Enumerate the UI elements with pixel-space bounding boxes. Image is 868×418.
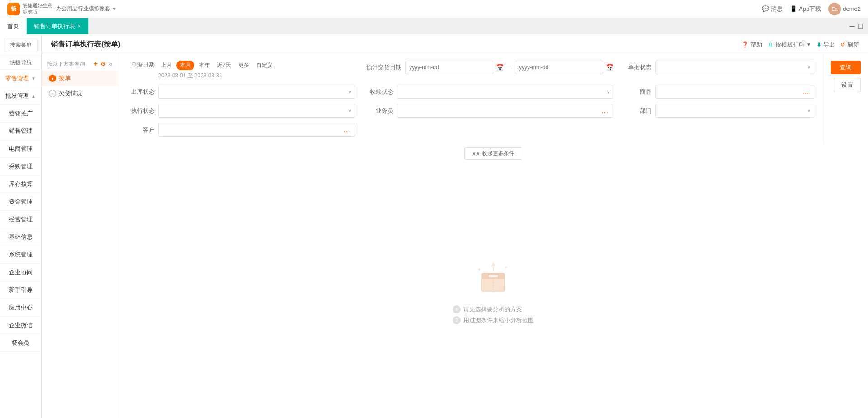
tab-home[interactable]: 首页 bbox=[0, 18, 27, 34]
help-button[interactable]: ❓ 帮助 bbox=[741, 41, 762, 49]
customer-dots[interactable]: … bbox=[343, 126, 351, 134]
delivery-date-group: 预计交货日期 📅 — 📅 bbox=[366, 61, 613, 74]
tab-bar: 首页 销售订单执行表 × ─ □ bbox=[0, 18, 868, 34]
print-expand-icon: ▼ bbox=[807, 42, 811, 47]
print-icon: 🖨 bbox=[768, 41, 774, 48]
sidebar-item-ecommerce[interactable]: 电商管理 bbox=[0, 140, 41, 158]
user-menu[interactable]: Ea demo2 bbox=[828, 3, 861, 15]
tab-sales-order[interactable]: 销售订单执行表 × bbox=[27, 18, 89, 34]
filter-row-2: 出库状态 ∨ 收款状态 bbox=[127, 85, 814, 99]
sidebar-item-marketing[interactable]: 营销推广 bbox=[0, 105, 41, 123]
date-tab-last-month[interactable]: 上月 bbox=[158, 61, 175, 70]
sidebar-item-enterprise[interactable]: 企业协同 bbox=[0, 264, 41, 281]
empty-state: ✦ ✦ ✦ 1 请先选择要分析的方案 2 bbox=[118, 163, 868, 418]
search-menu-button[interactable]: 搜索菜单 bbox=[4, 38, 38, 52]
app-download-button[interactable]: 📱 App下载 bbox=[790, 5, 821, 13]
salesperson-dots[interactable]: … bbox=[601, 107, 609, 115]
date-picker-group: 上月 本月 本年 近7天 更多 自定义 2023-0 bbox=[158, 61, 275, 80]
empty-tip-2: 2 用过滤条件来缩小分析范围 bbox=[453, 316, 534, 324]
sidebar-item-inventory[interactable]: 库存核算 bbox=[0, 176, 41, 193]
logo-text: 畅捷通好生意 标准版 bbox=[23, 3, 52, 14]
date-tab-current-month[interactable]: 本月 bbox=[176, 61, 194, 70]
sidebar-item-business[interactable]: 经营管理 bbox=[0, 211, 41, 228]
tab-maximize-icon[interactable]: □ bbox=[858, 22, 863, 30]
sidebar-item-wholesale[interactable]: 批发管理 ▲ bbox=[0, 87, 41, 105]
download-icon: 📱 bbox=[790, 5, 797, 12]
sidebar-item-wechat[interactable]: 企业微信 bbox=[0, 317, 41, 334]
filter-container: 单据日期 上月 本月 本年 近7天 更多 自定义 bbox=[118, 53, 868, 163]
shipment-label: 出库状态 bbox=[127, 88, 155, 96]
date-tab-more[interactable]: 更多 bbox=[236, 61, 252, 70]
chevron-up-icon: ▲ bbox=[31, 94, 36, 99]
sub-sidebar-actions: + ⚙ « bbox=[94, 60, 113, 68]
sidebar-item-apps[interactable]: 应用中心 bbox=[0, 299, 41, 317]
date-tab-custom[interactable]: 自定义 bbox=[254, 61, 275, 70]
collapse-sidebar-button[interactable]: « bbox=[109, 60, 113, 67]
sub-sidebar-item-debt[interactable]: ○ 欠货情况 bbox=[42, 86, 118, 101]
sub-sidebar-item-order[interactable]: ● 按单 bbox=[42, 71, 118, 86]
delivery-date-calendar-start[interactable]: 📅 bbox=[496, 64, 504, 71]
date-tab-current-year[interactable]: 本年 bbox=[196, 61, 212, 70]
add-scheme-button[interactable]: + bbox=[94, 60, 98, 68]
print-button[interactable]: 🖨 按模板打印 ▼ bbox=[768, 41, 811, 49]
shipment-status-select[interactable] bbox=[158, 85, 355, 99]
debt-icon: ○ bbox=[49, 90, 56, 97]
svg-rect-3 bbox=[489, 275, 498, 277]
empty-tip-1: 1 请先选择要分析的方案 bbox=[453, 305, 534, 314]
delivery-date-range: 📅 — 📅 bbox=[405, 61, 613, 74]
collapse-filter-button[interactable]: ∧∧ 收起更多条件 bbox=[464, 147, 522, 160]
status-select[interactable] bbox=[655, 61, 814, 74]
sidebar-item-member[interactable]: 畅会员 bbox=[0, 334, 41, 352]
sidebar-item-finance[interactable]: 资金管理 bbox=[0, 193, 41, 211]
sidebar-item-system[interactable]: 系统管理 bbox=[0, 246, 41, 264]
reset-button[interactable]: 设置 bbox=[834, 78, 861, 92]
department-group: 部门 ∨ bbox=[624, 104, 814, 118]
tab-minimize-icon[interactable]: ─ bbox=[849, 22, 854, 30]
refresh-button[interactable]: ↺ 刷新 bbox=[840, 41, 859, 49]
sidebar-item-basic[interactable]: 基础信息 bbox=[0, 228, 41, 246]
export-icon: ⬇ bbox=[816, 41, 821, 48]
salesperson-input[interactable] bbox=[401, 108, 601, 114]
payment-status-select[interactable] bbox=[397, 85, 613, 99]
delivery-date-start[interactable] bbox=[405, 61, 493, 74]
tab-bar-actions: ─ □ bbox=[849, 22, 868, 30]
payment-label: 收款状态 bbox=[366, 88, 393, 96]
department-select[interactable] bbox=[655, 104, 814, 118]
export-button[interactable]: ⬇ 导出 bbox=[816, 41, 835, 49]
goods-dots[interactable]: … bbox=[802, 88, 810, 96]
sidebar-item-retail[interactable]: 零售管理 ▼ bbox=[0, 70, 41, 87]
sidebar-item-sales[interactable]: 销售管理 bbox=[0, 123, 41, 140]
goods-label: 商品 bbox=[624, 88, 651, 96]
customer-input[interactable] bbox=[162, 127, 343, 133]
message-button[interactable]: 💬 消息 bbox=[762, 5, 783, 13]
content-area: 销售订单执行表(按单) ❓ 帮助 🖨 按模板打印 ▼ ⬇ 导出 ↺ 刷新 bbox=[42, 34, 868, 418]
execution-status-select[interactable] bbox=[158, 104, 355, 118]
status-label: 单据状态 bbox=[624, 63, 651, 71]
top-bar-left: 畅 畅捷通好生意 标准版 办公用品行业模拟账套 ▼ bbox=[7, 3, 117, 15]
tab-close-icon[interactable]: × bbox=[78, 23, 81, 29]
date-tab-last7[interactable]: 近7天 bbox=[214, 61, 234, 70]
goods-input[interactable] bbox=[659, 89, 802, 95]
breadcrumb[interactable]: 办公用品行业模拟账套 ▼ bbox=[56, 5, 117, 13]
help-icon: ❓ bbox=[741, 41, 749, 48]
status-group: 单据状态 ∨ bbox=[624, 61, 814, 74]
customer-input-wrapper: … bbox=[158, 123, 355, 137]
sidebar-item-purchase[interactable]: 采购管理 bbox=[0, 158, 41, 176]
empty-state-icon: ✦ ✦ ✦ bbox=[473, 257, 514, 298]
customer-label: 客户 bbox=[127, 126, 155, 134]
filter-top: 单据日期 上月 本月 本年 近7天 更多 自定义 bbox=[118, 53, 868, 144]
search-button[interactable]: 查询 bbox=[831, 61, 861, 74]
sidebar-item-quicknav[interactable]: 快捷导航 bbox=[0, 56, 41, 70]
date-filter-group: 单据日期 上月 本月 本年 近7天 更多 自定义 bbox=[127, 61, 355, 80]
delivery-date-calendar-end[interactable]: 📅 bbox=[606, 64, 613, 71]
page-header: 销售订单执行表(按单) ❓ 帮助 🖨 按模板打印 ▼ ⬇ 导出 ↺ 刷新 bbox=[42, 34, 868, 53]
settings-scheme-button[interactable]: ⚙ bbox=[100, 60, 106, 67]
goods-input-wrapper: … bbox=[655, 85, 814, 99]
filter-row-3: 执行状态 ∨ 业务员 bbox=[127, 104, 814, 118]
svg-text:✦: ✦ bbox=[502, 287, 505, 290]
sidebar-item-newbie[interactable]: 新手引导 bbox=[0, 281, 41, 299]
sidebar-search-area: 搜索菜单 bbox=[0, 34, 41, 56]
main-layout: 搜索菜单 快捷导航 零售管理 ▼ 批发管理 ▲ 营销推广 销售管理 电商管理 采… bbox=[0, 34, 868, 418]
department-label: 部门 bbox=[624, 107, 651, 115]
delivery-date-end[interactable] bbox=[515, 61, 603, 74]
